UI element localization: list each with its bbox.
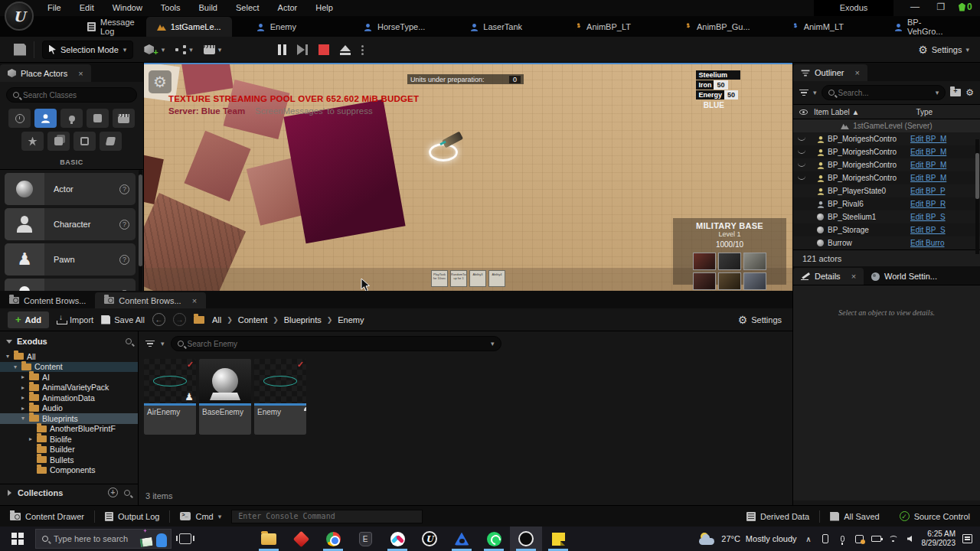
start-button[interactable] xyxy=(0,527,35,551)
hidden-eye-icon[interactable] xyxy=(798,176,805,180)
lights-category-button[interactable] xyxy=(60,109,83,128)
unreal-editor-taskbar-icon[interactable] xyxy=(510,527,542,551)
cinematics-dropdown[interactable]: ▾ xyxy=(204,45,222,54)
outliner-level-row[interactable]: 1stGameLevel (Server) xyxy=(793,119,980,132)
game-viewport[interactable]: ⚙ TEXTURE STREAMING POOL OVER 652.602 Mi… xyxy=(144,63,792,291)
tray-expand-chevron[interactable]: ∧ xyxy=(804,534,814,544)
asset-search-field[interactable]: ▾ xyxy=(171,336,501,351)
sticky-notes-icon[interactable] xyxy=(542,527,574,551)
forward-button[interactable]: → xyxy=(173,313,186,326)
unreal-launcher-icon[interactable]: U xyxy=(413,527,446,551)
tree-item-content[interactable]: ▾Content xyxy=(0,362,138,373)
outliner-row[interactable]: BP_Rival6 Edit BP_R xyxy=(793,197,980,210)
whatsapp-icon[interactable] xyxy=(478,527,510,551)
cmd-dropdown[interactable]: Cmd ▾ xyxy=(170,506,231,527)
save-all-button[interactable]: Save All xyxy=(101,315,145,324)
restore-button[interactable]: ❐ xyxy=(929,0,952,16)
place-actor-item-pawn[interactable]: ♟ Pawn ? xyxy=(5,243,136,276)
outliner-search-field[interactable]: ▾ xyxy=(822,85,946,100)
weather-widget[interactable]: 27°C Mostly cloudy xyxy=(699,533,796,545)
new-folder-icon[interactable] xyxy=(950,89,961,96)
tab-animm-lt[interactable]: AnimM_LT xyxy=(779,17,854,37)
world-settings-tab[interactable]: World Settin... xyxy=(864,268,945,285)
outliner-row[interactable]: BP_MorigeshContro Edit BP_M xyxy=(793,171,980,184)
collections-bar[interactable]: Collections + xyxy=(0,484,138,500)
tab-horsetype[interactable]: HorseType... xyxy=(353,17,436,37)
edit-blueprint-link[interactable]: Edit BP_S xyxy=(910,213,956,221)
content-browser-settings[interactable]: ⚙ Settings xyxy=(738,314,782,326)
tab-1stgamelevel[interactable]: 1stGameLe... xyxy=(146,17,232,37)
ability-button-3[interactable]: Ability3 xyxy=(469,270,486,287)
asset-baseenemy[interactable]: BaseEnemy xyxy=(199,359,251,435)
edit-blueprint-link[interactable]: Edit Burro xyxy=(910,239,956,247)
breadcrumb-content[interactable]: Content xyxy=(238,315,268,324)
asset-airenemy[interactable]: ✓ ♟ AirEnemy xyxy=(144,359,196,435)
volumes-category-button[interactable] xyxy=(100,132,122,151)
taskbar-search-input[interactable] xyxy=(54,534,134,543)
outliner-row[interactable]: BP_MorigeshContro Edit BP_M xyxy=(793,158,980,171)
clock[interactable]: 6:25 AM 8/29/2023 xyxy=(922,530,956,549)
console-command-input[interactable] xyxy=(231,510,423,523)
outliner-tab[interactable]: Outliner × xyxy=(793,64,867,81)
content-drawer-button[interactable]: Content Drawer xyxy=(0,506,94,527)
tree-item-biolife[interactable]: ▸Biolife xyxy=(0,434,138,445)
outliner-row[interactable]: Burrow Edit Burro xyxy=(793,236,980,249)
hidden-eye-icon[interactable] xyxy=(798,137,805,141)
menu-edit[interactable]: Edit xyxy=(70,0,103,16)
menu-help[interactable]: Help xyxy=(306,0,342,16)
menu-build[interactable]: Build xyxy=(190,0,227,16)
breadcrumb-all[interactable]: All xyxy=(212,315,221,324)
tree-item-animationdata[interactable]: ▸AnimationData xyxy=(0,393,138,403)
close-icon[interactable]: × xyxy=(78,69,83,78)
edit-blueprint-link[interactable]: Edit BP_M xyxy=(910,135,956,143)
eject-button[interactable] xyxy=(340,45,351,55)
breadcrumb-enemy[interactable]: Enemy xyxy=(338,315,364,324)
edit-blueprint-link[interactable]: Edit BP_P xyxy=(910,187,956,195)
tree-item-components[interactable]: Components xyxy=(0,465,138,476)
ability-button-1[interactable]: PlayTask for 10sec xyxy=(431,270,448,287)
filter-icon[interactable] xyxy=(145,341,155,347)
playback-options-button[interactable] xyxy=(361,45,364,55)
ability-button-2[interactable]: RandomTask up for 1 xyxy=(450,270,467,287)
geometry-category-button[interactable] xyxy=(47,132,70,151)
add-actor-dropdown[interactable]: + ▾ xyxy=(144,42,165,57)
menu-file[interactable]: File xyxy=(38,0,70,16)
tree-item-all[interactable]: ▾All xyxy=(0,351,138,362)
outliner-row[interactable]: BP_Steelium1 Edit BP_S xyxy=(793,210,980,223)
unit-thumbnail[interactable] xyxy=(718,253,741,270)
recent-category-button[interactable] xyxy=(8,109,31,128)
outliner-row[interactable]: BP_Storage Edit BP_S xyxy=(793,223,980,236)
tab-animbp-gu[interactable]: AnimBP_Gu... xyxy=(672,17,761,37)
tree-item-animalvarietypack[interactable]: ▸AnimalVarietyPack xyxy=(0,383,138,393)
details-tab[interactable]: Details × xyxy=(793,268,864,285)
back-button[interactable]: ← xyxy=(152,313,165,326)
menu-tools[interactable]: Tools xyxy=(152,0,190,16)
unit-thumbnail[interactable] xyxy=(693,272,716,290)
amd-software-icon[interactable] xyxy=(285,527,317,551)
pause-button[interactable] xyxy=(278,44,286,55)
sources-header[interactable]: Exodus xyxy=(0,331,138,351)
edit-blueprint-link[interactable]: Edit BP_M xyxy=(910,148,956,156)
column-type[interactable]: Type xyxy=(916,108,933,116)
add-collection-icon[interactable]: + xyxy=(108,487,118,497)
outliner-search-input[interactable] xyxy=(838,89,932,97)
search-classes-field[interactable] xyxy=(6,87,137,103)
outliner-scrollbar[interactable] xyxy=(975,139,979,254)
task-view-button[interactable] xyxy=(179,533,191,544)
close-icon[interactable]: × xyxy=(855,68,860,77)
ability-button-4[interactable]: Ability4 xyxy=(488,270,505,287)
asset-enemy[interactable]: ✓ Enemy xyxy=(254,359,306,435)
gear-icon[interactable]: ⚙ xyxy=(965,87,974,98)
column-item-label[interactable]: Item Label ▲ xyxy=(814,108,859,116)
edit-blueprint-link[interactable]: Edit BP_R xyxy=(910,200,956,208)
tab-enemy[interactable]: Enemy xyxy=(246,17,307,37)
save-level-button[interactable] xyxy=(14,44,26,56)
blue-app-icon[interactable] xyxy=(446,527,478,551)
hidden-eye-icon[interactable] xyxy=(798,150,805,154)
unit-thumbnail[interactable] xyxy=(743,253,766,270)
add-button[interactable]: + Add xyxy=(8,311,49,328)
unit-thumbnail[interactable] xyxy=(743,272,766,290)
output-log-button[interactable]: Output Log xyxy=(95,506,169,527)
close-icon[interactable]: × xyxy=(192,296,197,305)
place-actor-item-character[interactable]: Character ? xyxy=(5,208,136,240)
